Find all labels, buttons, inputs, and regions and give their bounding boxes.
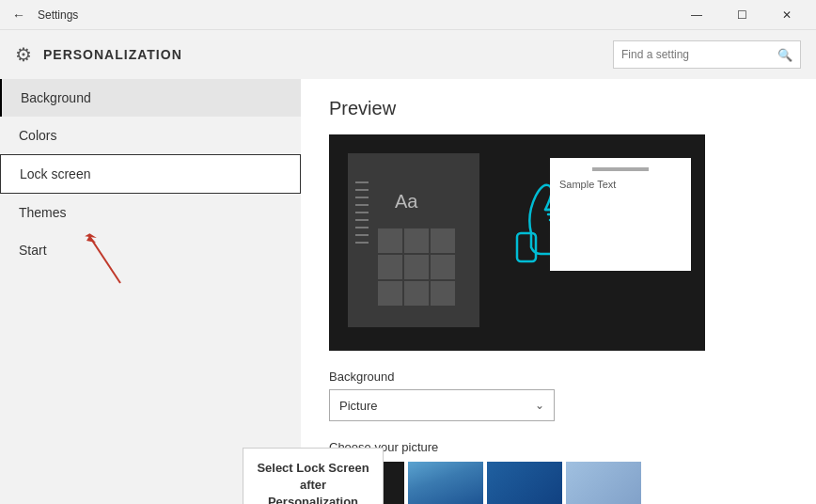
close-button[interactable]: ✕ xyxy=(765,0,808,30)
preview-aa-text: Aa xyxy=(395,191,417,213)
sidebar-item-colors[interactable]: Colors xyxy=(0,117,301,154)
picture-thumbnails xyxy=(329,462,788,504)
sidebar-item-lockscreen[interactable]: Lock screen xyxy=(0,154,301,194)
background-field-label: Background xyxy=(329,370,788,384)
preview-left-panel: Aa xyxy=(348,153,479,327)
preview-sample-text: Sample Text xyxy=(550,179,691,190)
app-title: PERSONALIZATION xyxy=(43,47,182,62)
search-input[interactable] xyxy=(621,48,777,61)
picture-thumb-2[interactable] xyxy=(408,462,483,504)
sidebar-item-themes[interactable]: Themes xyxy=(0,194,301,231)
sidebar-item-background[interactable]: Background xyxy=(0,79,301,117)
titlebar-title: Settings xyxy=(38,8,78,22)
preview-card-bar xyxy=(592,167,649,171)
section-title: Preview xyxy=(329,98,788,119)
preview-grid xyxy=(378,228,455,306)
svg-rect-3 xyxy=(517,233,536,261)
app-header: ⚙ PERSONALIZATION 🔍 xyxy=(0,30,816,79)
preview-lines xyxy=(355,181,369,244)
callout-arrow xyxy=(85,231,122,288)
minimize-button[interactable]: — xyxy=(675,0,718,30)
back-button[interactable]: ← xyxy=(8,4,30,26)
titlebar: ← Settings — ☐ ✕ xyxy=(0,0,816,30)
sidebar: Background Colors Lock screen Themes Sta… xyxy=(0,79,301,504)
search-box[interactable]: 🔍 xyxy=(613,40,801,69)
dropdown-value: Picture xyxy=(339,399,377,413)
picture-thumb-3[interactable] xyxy=(487,462,562,504)
preview-box: Aa Sample Text xyxy=(329,134,705,351)
callout-box: Select Lock Screen after Personalization… xyxy=(243,448,384,504)
maximize-button[interactable]: ☐ xyxy=(720,0,763,30)
dropdown-arrow-icon: ⌄ xyxy=(535,399,544,412)
background-dropdown[interactable]: Picture ⌄ xyxy=(329,389,555,421)
main-layout: Background Colors Lock screen Themes Sta… xyxy=(0,79,816,504)
preview-card: Sample Text xyxy=(550,158,691,271)
titlebar-controls: — ☐ ✕ xyxy=(675,0,808,30)
search-icon: 🔍 xyxy=(777,48,792,62)
content-area: Preview xyxy=(301,79,816,504)
app-header-left: ⚙ PERSONALIZATION xyxy=(15,43,182,66)
picture-thumb-4[interactable] xyxy=(566,462,641,504)
choose-picture-label: Choose your picture xyxy=(329,440,788,454)
svg-line-0 xyxy=(89,236,120,283)
gear-icon: ⚙ xyxy=(15,43,32,66)
sidebar-item-start[interactable]: Start xyxy=(0,231,301,269)
titlebar-left: ← Settings xyxy=(8,4,78,26)
